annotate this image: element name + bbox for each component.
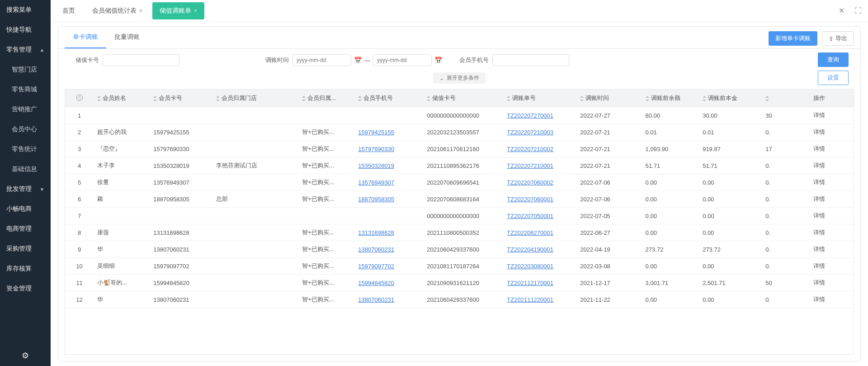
- sidebar-item-10[interactable]: 小畅电商: [0, 199, 51, 219]
- cell-phone[interactable]: 13807060231: [354, 291, 423, 308]
- export-button[interactable]: ⇪导出: [822, 31, 854, 46]
- sidebar-item-14[interactable]: 资金管理: [0, 279, 51, 299]
- sort-icon[interactable]: [646, 96, 649, 101]
- cell-phone[interactable]: 13807060231: [354, 241, 423, 258]
- sidebar-item-5[interactable]: 营销推广: [0, 100, 51, 119]
- sidebar-item-2[interactable]: 零售管理▲: [0, 40, 51, 60]
- col-header-4[interactable]: 会员归属...: [298, 90, 354, 107]
- sidebar-settings-icon[interactable]: ⚙: [0, 345, 51, 366]
- col-header-0[interactable]: [65, 90, 94, 107]
- cell-order[interactable]: TZ202206270001: [503, 224, 576, 241]
- cell-op[interactable]: 详情: [785, 107, 854, 124]
- cell-phone[interactable]: 15979425155: [354, 124, 423, 141]
- cell-order[interactable]: TZ202207060002: [503, 174, 576, 191]
- cell-op[interactable]: 详情: [785, 291, 854, 308]
- sidebar-item-0[interactable]: 搜索菜单: [0, 0, 51, 20]
- sidebar-item-11[interactable]: 电商管理: [0, 219, 51, 239]
- sort-icon[interactable]: [580, 96, 584, 101]
- calendar-icon[interactable]: 📅: [354, 57, 362, 64]
- date-from-input[interactable]: [292, 54, 351, 66]
- sort-icon[interactable]: [153, 96, 157, 101]
- cell-phone[interactable]: 15979097702: [354, 258, 423, 275]
- sidebar-item-1[interactable]: 快捷导航: [0, 20, 51, 40]
- col-header-3[interactable]: 会员归属门店: [212, 90, 298, 107]
- col-header-8[interactable]: 调账时间: [576, 90, 642, 107]
- sort-icon[interactable]: [507, 96, 510, 101]
- col-header-5[interactable]: 会员手机号: [354, 90, 423, 107]
- sort-icon[interactable]: [427, 96, 430, 101]
- col-header-6[interactable]: 储值卡号: [423, 90, 503, 107]
- sidebar-item-9[interactable]: 批发管理▼: [0, 179, 51, 199]
- col-header-11[interactable]: [762, 90, 785, 107]
- table-row: 6颖18870958305总部智+已购买...18870958305202207…: [65, 191, 854, 208]
- col-header-10[interactable]: 调账前本金: [699, 90, 762, 107]
- cell-phone[interactable]: 15994845820: [354, 275, 423, 291]
- cell-op[interactable]: 详情: [785, 191, 854, 208]
- card-input[interactable]: [103, 54, 179, 66]
- cell-order[interactable]: TZ202111220001: [503, 291, 576, 308]
- cell-order[interactable]: TZ202207060001: [503, 191, 576, 208]
- cell-op[interactable]: 详情: [785, 241, 854, 258]
- phone-input[interactable]: [492, 54, 569, 66]
- cell-order[interactable]: TZ202207210003: [503, 124, 576, 141]
- cell-order[interactable]: TZ202203080001: [503, 258, 576, 275]
- cell-phone[interactable]: [354, 208, 423, 224]
- subtab-1[interactable]: 批量调账: [106, 27, 148, 48]
- cell-op[interactable]: 详情: [785, 141, 854, 157]
- sort-icon[interactable]: [97, 96, 101, 101]
- col-header-7[interactable]: 调账单号: [503, 90, 576, 107]
- sort-icon[interactable]: [358, 96, 362, 101]
- sidebar-item-3[interactable]: 智慧门店: [0, 60, 51, 80]
- sidebar-item-6[interactable]: 会员中心: [0, 119, 51, 139]
- tab-2[interactable]: 储值调账单×: [152, 2, 204, 19]
- query-button[interactable]: 查询: [818, 52, 849, 67]
- cell-phone[interactable]: [354, 107, 423, 124]
- cell-czcard: 0000000000000000: [423, 107, 503, 124]
- sort-icon[interactable]: [765, 96, 769, 101]
- cell-order[interactable]: TZ202204190001: [503, 241, 576, 258]
- sort-icon[interactable]: [216, 96, 220, 101]
- cell-phone[interactable]: 13576949307: [354, 174, 423, 191]
- cell-order[interactable]: TZ202112170001: [503, 275, 576, 291]
- expand-filters-button[interactable]: ⌄ 展开更多条件: [433, 72, 486, 84]
- sidebar-item-12[interactable]: 采购管理: [0, 239, 51, 259]
- sidebar-item-13[interactable]: 库存核算: [0, 259, 51, 279]
- date-to-input[interactable]: [373, 54, 432, 66]
- cell-order[interactable]: TZ202207050001: [503, 208, 576, 224]
- col-header-2[interactable]: 会员卡号: [150, 90, 212, 107]
- add-single-adjust-button[interactable]: 新增单卡调账: [769, 31, 817, 46]
- cell-op[interactable]: 详情: [785, 275, 854, 291]
- table-row: 8康莲13131698628智+已购买...131316986282021110…: [65, 224, 854, 241]
- sidebar-item-7[interactable]: 零售统计: [0, 139, 51, 159]
- cell-phone[interactable]: 13131698628: [354, 224, 423, 241]
- cell-order[interactable]: TZ202207210001: [503, 157, 576, 174]
- cell-op[interactable]: 详情: [785, 208, 854, 224]
- subtab-0[interactable]: 单卡调账: [65, 27, 106, 48]
- cell-order[interactable]: TZ202207270001: [503, 107, 576, 124]
- sidebar-item-4[interactable]: 零售商城: [0, 80, 51, 100]
- tab-1[interactable]: 会员储值统计表×: [85, 2, 150, 19]
- cell-order[interactable]: TZ202207210002: [503, 141, 576, 157]
- cell-op[interactable]: 详情: [785, 224, 854, 241]
- tab-close-icon[interactable]: ×: [194, 8, 197, 14]
- col-header-9[interactable]: 调账前余额: [642, 90, 699, 107]
- settings-button[interactable]: 设置: [818, 71, 849, 85]
- cell-op[interactable]: 详情: [785, 174, 854, 191]
- close-icon[interactable]: ✕: [837, 5, 846, 17]
- cell-phone[interactable]: 15350328019: [354, 157, 423, 174]
- fullscreen-icon[interactable]: ⛶: [853, 5, 863, 17]
- sort-icon[interactable]: [302, 96, 306, 101]
- tab-close-icon[interactable]: ×: [139, 8, 142, 14]
- calendar-icon[interactable]: 📅: [434, 57, 442, 64]
- col-header-1[interactable]: 会员姓名: [94, 90, 150, 107]
- gear-icon[interactable]: [76, 95, 83, 101]
- col-header-12[interactable]: 操作: [785, 90, 854, 107]
- sort-icon[interactable]: [703, 96, 706, 101]
- cell-phone[interactable]: 18870958305: [354, 191, 423, 208]
- cell-op[interactable]: 详情: [785, 157, 854, 174]
- cell-op[interactable]: 详情: [785, 258, 854, 275]
- cell-phone[interactable]: 15797690330: [354, 141, 423, 157]
- sidebar-item-8[interactable]: 基础信息: [0, 159, 51, 179]
- tab-0[interactable]: 首页: [55, 2, 82, 19]
- cell-op[interactable]: 详情: [785, 124, 854, 141]
